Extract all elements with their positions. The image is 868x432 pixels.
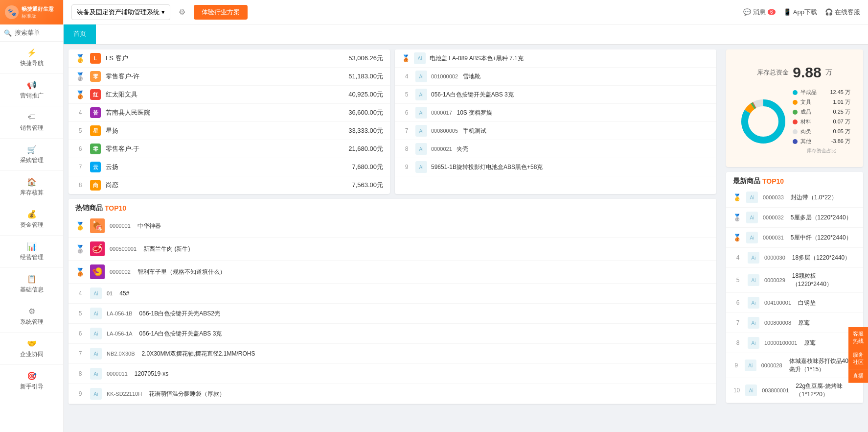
legend-value: -0.05 万 (831, 128, 850, 135)
hot-product-row: 7 Ai NB2.0X30B 2.0X30MM双摆花轴,摆花直径2.1MM/RO… (69, 344, 716, 364)
rank-medal-icon: 🥇 (75, 54, 85, 63)
top-sales-products-card: 🥉 Ai 电池盖 LA-089 ABS本色+黑种 7.1克 4 Ai 00100… (395, 49, 716, 194)
product-info: 001000002 雪地靴 (431, 72, 709, 81)
rank-number: 5 (75, 310, 85, 317)
customer-row: 🥈 零 零售客户-许 51,183.00元 (69, 68, 390, 86)
legend-item-semifinished: 半成品 12.45 万 (793, 89, 850, 96)
product-code: 0000028 (761, 362, 782, 368)
customer-amount: 21,680.00元 (348, 144, 383, 153)
float-btn-service[interactable]: 客服 热线 (848, 327, 868, 348)
hot-product-rows: 🥇 🍖 0000001 中华神器 🥈 🥩 000500001 新西兰牛肉 (新牛… (69, 215, 716, 404)
sidebar-item-quick-nav[interactable]: ⚡ 快捷导航 (0, 42, 63, 74)
product-row: 7 Ai 000800005 手机测试 (395, 122, 716, 140)
legend-label: 其他 (800, 138, 811, 145)
customer-name: 苦南县人民医院 (106, 108, 343, 117)
customer-amount: 36,600.00元 (348, 108, 383, 117)
hot-product-row: 6 Ai LA-056-1A 056-1A白色按键开关盖ABS 3克 (69, 324, 716, 344)
newest-products-top-label: TOP10 (762, 177, 784, 185)
product-image: Ai (745, 360, 756, 371)
product-image: Ai (745, 384, 757, 396)
system-name: 装备及固定资产辅助管理系统 (77, 8, 160, 17)
legend-value: 0.07 万 (833, 118, 850, 125)
sidebar-item-finance[interactable]: 💰 资金管理 (0, 203, 63, 236)
legend-value: 1.01 万 (833, 98, 850, 106)
product-name: 智利车子里（规格不知道填什么） (137, 268, 226, 276)
newest-product-row: 10 Ai 003800001 22g鱼豆腐-烧烤味（1*12*20） (726, 378, 863, 403)
settings-button[interactable]: ⚙ (175, 5, 189, 19)
product-info: 000800005 手机测试 (431, 127, 709, 135)
message-button[interactable]: 💬 消息 6 (743, 8, 776, 17)
product-image: Ai (748, 297, 759, 309)
search-menu[interactable]: 🔍 搜索菜单 (0, 24, 63, 42)
system-icon: ⚙ (27, 306, 37, 316)
product-image: Ai (415, 107, 427, 119)
customer-row: 8 尚 尚恋 7,563.00元 (69, 176, 390, 194)
sidebar-item-collab[interactable]: 🤝 企业协同 (0, 333, 63, 365)
product-name: 白钢垫 (798, 299, 816, 307)
headset-icon: 🎧 (825, 8, 833, 16)
online-service-button[interactable]: 🎧 在线客服 (825, 8, 860, 17)
sidebar-item-operations[interactable]: 📊 经营管理 (0, 236, 63, 268)
product-info: 056-1A白色按键开关盖ABS 3克 (431, 91, 709, 99)
customer-amount: 7,680.00元 (352, 163, 383, 171)
product-image: Ai (748, 317, 759, 329)
customer-amount: 51,183.00元 (348, 72, 383, 81)
rank-number: 7 (75, 350, 85, 357)
topbar: 装备及固定资产辅助管理系统 ▾ ⚙ 体验行业方案 💬 消息 6 📱 App下载 … (64, 0, 868, 24)
hot-product-row: 🥉 🍤 0000002 智利车子里（规格不知道填什么） (69, 261, 716, 284)
rank-number: 8 (75, 370, 85, 377)
inventory-legend: 半成品 12.45 万 文具 1.01 万 成品 0.25 万 (793, 89, 850, 154)
product-name: 雪地靴 (463, 73, 480, 80)
app-download-label: App下载 (793, 8, 817, 17)
sidebar-item-label: 系统管理 (20, 318, 44, 326)
sidebar-item-purchase[interactable]: 🛒 采购管理 (0, 139, 63, 171)
legend-color (793, 110, 798, 115)
legend-item-finished: 成品 0.25 万 (793, 108, 850, 116)
product-name: 22g鱼豆腐-烧烤味（1*12*20） (796, 382, 856, 399)
product-image: Ai (415, 89, 427, 100)
product-image: Ai (90, 288, 102, 299)
sales-icon: 🏷 (27, 112, 37, 122)
rank-number: 4 (75, 109, 85, 116)
product-name: 45# (119, 290, 129, 297)
sidebar-item-sales[interactable]: 🏷 销售管理 (0, 106, 63, 139)
float-btn-community[interactable]: 服务 社区 (848, 348, 868, 369)
system-selector[interactable]: 装备及固定资产辅助管理系统 ▾ (71, 4, 170, 20)
product-code: 0000031 (763, 235, 784, 240)
customer-name: 尚恋 (106, 181, 347, 190)
product-row: 9 Ai 59651-1B旋转投影灯电池盒ABS黑色+58克 (395, 158, 716, 176)
product-name: 056-1B白色按键开关壳ABS2壳 (139, 310, 220, 318)
rank-number: 8 (733, 339, 743, 346)
product-name: 18多层（1220*2440） (792, 254, 850, 262)
tab-home[interactable]: 首页 (64, 24, 96, 44)
sidebar-item-label: 库存核算 (20, 189, 44, 197)
float-btn-label: 直播 (850, 372, 866, 380)
sidebar-item-guide[interactable]: 🎯 新手引导 (0, 365, 63, 397)
logo-sub: 标准版 (22, 13, 54, 20)
product-name: 手机测试 (463, 127, 486, 134)
hot-product-row: 8 Ai 0000011 12070519-xs (69, 364, 716, 384)
rank-number: 6 (402, 109, 411, 116)
experience-button[interactable]: 体验行业方案 (194, 5, 248, 20)
customer-badge: 零 (90, 71, 101, 82)
product-image: Ai (746, 232, 758, 243)
product-info: 59651-1B旋转投影灯电池盒ABS黑色+58克 (431, 163, 709, 171)
mobile-icon: 📱 (783, 8, 791, 16)
sidebar-item-marketing[interactable]: 📢 营销推广 (0, 74, 63, 106)
topbar-right: 💬 消息 6 📱 App下载 🎧 在线客服 (743, 8, 860, 17)
product-code: NB2.0X30B (107, 351, 135, 357)
sidebar-item-inventory[interactable]: 🏠 库存核算 (0, 171, 63, 203)
sidebar-item-basic-info[interactable]: 📋 基础信息 (0, 268, 63, 300)
customer-badge: 星 (90, 125, 101, 136)
product-name: 夹壳 (457, 145, 468, 152)
sidebar-item-system[interactable]: ⚙ 系统管理 (0, 300, 63, 333)
dropdown-arrow-icon: ▾ (161, 8, 165, 16)
product-full: 电池盖 LA-089 ABS本色+黑种 7.1克 (430, 54, 709, 63)
nav-tabs: 首页 (64, 24, 868, 45)
product-name: 原竃 (798, 319, 810, 327)
sidebar-item-label: 营销推广 (20, 92, 44, 100)
collab-icon: 🤝 (27, 338, 37, 348)
app-download-button[interactable]: 📱 App下载 (783, 8, 817, 17)
rank-number: 6 (75, 145, 85, 152)
float-btn-live[interactable]: 直播 (848, 369, 868, 383)
